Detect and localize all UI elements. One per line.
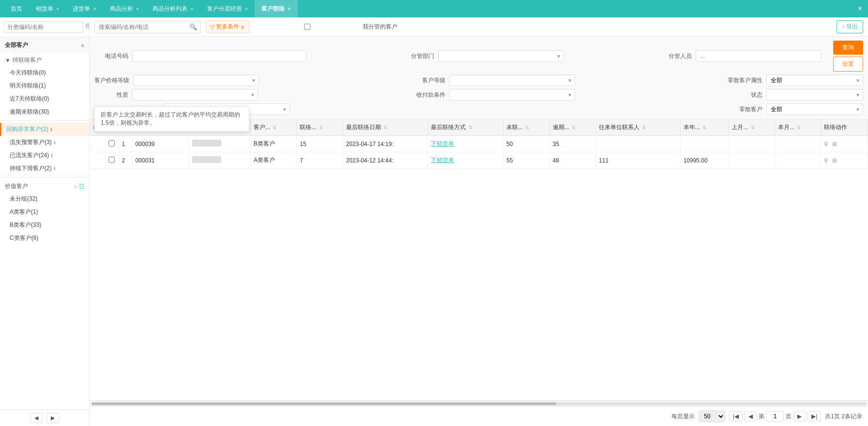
sidebar-item-7days[interactable]: 近7天待联络(0): [0, 92, 89, 105]
more-conditions-arrow: ∧: [241, 24, 245, 30]
sidebar-item-declining[interactable]: 持续下滑客户(2) ℹ: [0, 162, 89, 175]
td-index-2: 2: [119, 152, 132, 169]
row-checkbox-1[interactable]: [108, 140, 115, 147]
sidebar-prev-btn[interactable]: ◀: [30, 413, 43, 423]
page-number-input[interactable]: [766, 411, 784, 422]
info-icon-declining[interactable]: ℹ: [54, 166, 56, 171]
nav-close-customer-mgmt[interactable]: ×: [245, 6, 248, 12]
sidebar-collapse-icon[interactable]: «: [81, 42, 84, 49]
search-icon[interactable]: 🔍: [189, 23, 197, 30]
qr-icon-2[interactable]: ⊞: [832, 157, 837, 164]
th-last-month[interactable]: 上月... ⇅: [729, 119, 775, 136]
retail-customer-select[interactable]: 全部: [766, 103, 863, 115]
contact-icon-1[interactable]: ⚲: [824, 141, 828, 147]
phone-input[interactable]: [132, 50, 306, 62]
td-last-method-1[interactable]: 下销货单: [428, 136, 503, 152]
sidebar-search-area: 🔍: [0, 17, 89, 37]
td-type-2: A类客户: [250, 152, 296, 169]
nav-label-analysis-list: 商品分析列表: [152, 5, 187, 13]
payment-select[interactable]: [449, 89, 575, 101]
td-last-method-2[interactable]: 下销货单: [428, 152, 503, 169]
search-input[interactable]: [94, 21, 201, 33]
value-group-list-icon[interactable]: ☷: [79, 183, 84, 190]
sidebar-item-ungrouped[interactable]: 未分组(32): [0, 192, 89, 206]
td-contact-2: 7: [297, 152, 343, 169]
info-icon-churn[interactable]: ℹ: [54, 140, 56, 145]
nav-close-sales[interactable]: ×: [56, 6, 59, 12]
status-select[interactable]: [766, 89, 863, 101]
my-customers-checkbox[interactable]: [254, 24, 361, 30]
next-page-btn[interactable]: ▶: [793, 411, 806, 422]
more-conditions-btn[interactable]: ▽ 更多条件 ∧: [206, 20, 249, 33]
nav-item-analysis-list[interactable]: 商品分析列表 ×: [146, 0, 200, 17]
nav-close-analysis-list[interactable]: ×: [190, 6, 193, 12]
price-grade-select[interactable]: [133, 74, 259, 86]
nav-item-purchase[interactable]: 进货单 ×: [66, 0, 103, 17]
sidebar-item-c-class[interactable]: C类客户(6): [0, 232, 89, 245]
blurred-name-2: [192, 156, 221, 163]
th-unread[interactable]: 未联... ⇅: [503, 119, 549, 136]
info-icon-repurchase[interactable]: ℹ: [50, 127, 52, 132]
my-customers-checkbox-wrap[interactable]: 我分管的客户: [254, 23, 397, 31]
first-page-btn[interactable]: |◀: [729, 411, 743, 422]
th-last-method[interactable]: 最后联络方式 ⇅: [428, 119, 503, 136]
export-btn[interactable]: ↑ 导出: [837, 20, 863, 33]
td-gear-1: [90, 136, 105, 152]
dept-label: 分管部门: [400, 52, 434, 60]
query-btn[interactable]: 查询: [833, 41, 863, 55]
window-close-button[interactable]: ×: [858, 4, 862, 13]
sidebar-item-today[interactable]: 今天待联络(0): [0, 66, 89, 79]
info-icon-churned[interactable]: ℹ: [51, 153, 53, 158]
nature-select[interactable]: [132, 89, 258, 101]
th-type[interactable]: 客户... ⇅: [250, 119, 296, 136]
customer-grade-label: 客户等级: [411, 76, 445, 85]
th-contact-count[interactable]: 联络... ⇅: [297, 119, 343, 136]
settings-btn[interactable]: 设置: [833, 57, 863, 72]
sidebar-item-b-class[interactable]: B类客户(33): [0, 219, 89, 232]
th-last-date[interactable]: 最后联络日期 ⇅: [343, 119, 428, 136]
customer-grade-select[interactable]: [449, 74, 575, 86]
sidebar: 🔍 全部客户 « ▼ 待联络客户 今天待联络(0) 明天待联络(1) 近7天待联…: [0, 17, 90, 426]
sidebar-item-churned[interactable]: 已流失客户(24) ℹ: [0, 149, 89, 162]
contact-icon-2[interactable]: ⚲: [824, 157, 828, 164]
th-this-year[interactable]: 本年... ⇅: [680, 119, 729, 136]
th-contact-person[interactable]: 往来单位联系人 ⇅: [596, 119, 681, 136]
per-page-select[interactable]: 50 100 200: [699, 411, 725, 422]
sidebar-item-overdue[interactable]: 逾期未联络(30): [0, 105, 89, 118]
dept-select[interactable]: [438, 50, 564, 62]
nav-close-customer-contact[interactable]: ×: [288, 6, 290, 12]
th-this-month[interactable]: 本月... ⇅: [775, 119, 821, 136]
prev-page-btn[interactable]: ◀: [745, 411, 757, 422]
sidebar-item-churn-warning[interactable]: 流失预警客户(3) ℹ: [0, 136, 89, 149]
nav-item-home[interactable]: 首页: [4, 0, 29, 17]
person-input[interactable]: [696, 50, 822, 62]
th-overdue[interactable]: 逾期... ⇅: [549, 119, 595, 136]
horizontal-scrollbar[interactable]: [90, 400, 868, 406]
arrow-icon-pending: ▼: [5, 57, 11, 64]
retail-attr-select[interactable]: 全部: [766, 74, 863, 86]
sidebar-search-icon[interactable]: 🔍: [85, 23, 90, 31]
table-body: 1 000039 B类客户 15 2023-04-17 14:19: 下销货单 …: [90, 136, 868, 169]
row-checkbox-2[interactable]: [108, 157, 115, 163]
nav-item-sales[interactable]: 销货单 ×: [29, 0, 66, 17]
sidebar-group-pending[interactable]: ▼ 待联络客户: [0, 53, 89, 66]
nav-close-analysis[interactable]: ×: [136, 6, 139, 12]
sidebar-next-btn[interactable]: ▶: [46, 413, 59, 423]
sort-icon-contact-person: ⇅: [642, 125, 646, 130]
nav-close-purchase[interactable]: ×: [93, 6, 96, 12]
sidebar-item-a-class[interactable]: A类客户(1): [0, 206, 89, 219]
qr-icon-1[interactable]: ⊞: [832, 141, 837, 147]
sidebar-item-repurchase-anomaly[interactable]: 回购异常客户(2) ℹ: [0, 123, 89, 136]
nav-item-customer-contact[interactable]: 客户联络 ×: [255, 0, 297, 17]
action-icons-2: ⚲ ⊞: [824, 157, 865, 164]
churn-warning-label: 流失预警客户(3): [10, 138, 52, 147]
nav-item-analysis[interactable]: 商品分析 ×: [103, 0, 146, 17]
td-unread-1: 50: [503, 136, 549, 152]
nav-item-customer-mgmt[interactable]: 客户分层经营 ×: [200, 0, 255, 17]
sidebar-item-tomorrow[interactable]: 明天待联络(1): [0, 79, 89, 92]
last-page-btn[interactable]: ▶|: [807, 411, 821, 422]
sidebar-search-input[interactable]: [4, 21, 83, 33]
value-group-edit-icon[interactable]: ○: [74, 183, 77, 190]
sidebar-all-customers[interactable]: 全部客户 «: [0, 37, 89, 53]
sort-icon-type: ⇅: [273, 125, 276, 130]
